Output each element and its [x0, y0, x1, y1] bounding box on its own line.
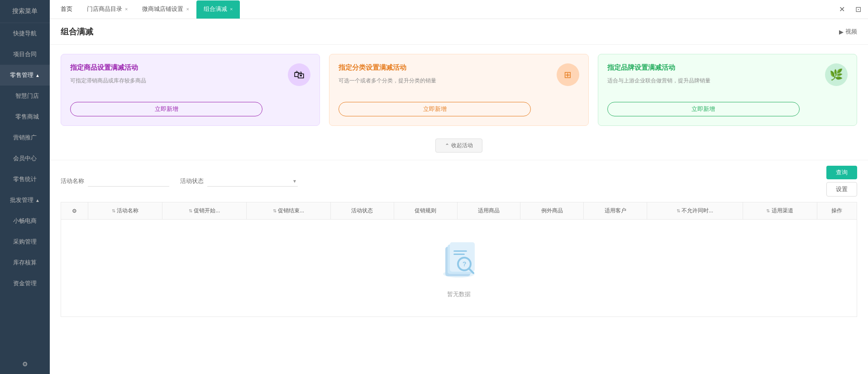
- col-promo-rules-label: 促销规则: [415, 207, 436, 214]
- main-area: 首页 门店商品目录 × 微商城店铺设置 × 组合满减 × ✕ ⊡ 组合满减 ▶ …: [50, 0, 868, 374]
- close-tab-store-catalog[interactable]: ×: [125, 6, 128, 12]
- activity-name-input[interactable]: [88, 176, 169, 187]
- tab-home-label: 首页: [61, 5, 72, 13]
- chevron-up-icon: ⌃: [445, 143, 449, 149]
- col-exception-goods: 例外商品: [520, 202, 584, 220]
- page-content: 组合满减 ▶ 视频 🛍 指定商品设置满减活动 可指定滞销商品或库存较多商品 立即…: [50, 19, 868, 374]
- svg-text:?: ?: [463, 260, 467, 268]
- sidebar-item-label: 营销推广: [13, 134, 37, 142]
- empty-state-row: ? 暂无数据: [61, 220, 857, 317]
- restore-window-icon[interactable]: ⊡: [852, 3, 864, 16]
- sidebar-item-label: 会员中心: [13, 154, 37, 163]
- sidebar-item-retail-stats[interactable]: 零售统计: [0, 169, 50, 190]
- tab-store-catalog[interactable]: 门店商品目录 ×: [80, 0, 135, 19]
- category-card-desc: 可选一个或者多个分类，提升分类的销量: [339, 77, 579, 93]
- close-tab-combo-discount[interactable]: ×: [230, 6, 233, 12]
- tab-wechat-store-settings[interactable]: 微商城店铺设置 ×: [135, 0, 196, 19]
- sidebar-item-label: 零售管理: [10, 71, 33, 79]
- table-body: ? 暂无数据: [61, 220, 857, 317]
- sidebar-settings-button[interactable]: ⚙: [0, 354, 50, 374]
- play-circle-icon: ▶: [839, 29, 844, 35]
- sidebar-item-marketing[interactable]: 营销推广: [0, 127, 50, 148]
- close-window-icon[interactable]: ✕: [835, 3, 848, 16]
- sidebar-item-label: 资金管理: [13, 279, 37, 288]
- filter-actions: 查询 设置: [826, 166, 857, 197]
- category-card-icon: ⊞: [557, 63, 579, 86]
- close-tab-wechat-store-settings[interactable]: ×: [186, 6, 189, 12]
- tab-bar: 首页 门店商品目录 × 微商城店铺设置 × 组合满减 × ✕ ⊡: [50, 0, 868, 19]
- sort-icon[interactable]: ⇅: [273, 208, 277, 213]
- tab-combo-discount-label: 组合满减: [204, 5, 227, 13]
- col-no-concurrent: ⇅ 不允许同时...: [647, 202, 743, 220]
- col-exception-goods-label: 例外商品: [541, 207, 563, 214]
- sidebar-item-label: 项目合同: [13, 50, 37, 58]
- product-card-title: 指定商品设置满减活动: [70, 63, 310, 72]
- collapse-activities-button[interactable]: ⌃ 收起活动: [435, 139, 482, 153]
- tab-store-catalog-label: 门店商品目录: [87, 5, 122, 13]
- col-activity-name: ⇅ 活动名称: [88, 202, 162, 220]
- product-card-icon: 🛍: [288, 63, 310, 86]
- category-card-title: 指定分类设置满减活动: [339, 63, 579, 72]
- video-link[interactable]: ▶ 视频: [839, 28, 857, 36]
- collapse-btn-label: 收起活动: [451, 142, 473, 149]
- col-settings[interactable]: ⚙: [61, 202, 88, 220]
- tab-combo-discount[interactable]: 组合满减 ×: [196, 0, 240, 19]
- activity-name-label: 活动名称: [61, 177, 84, 185]
- sidebar-item-label: 零售商城: [15, 113, 39, 121]
- col-promo-rules: 促销规则: [394, 202, 457, 220]
- sidebar-item-label: 批发管理: [10, 196, 33, 204]
- filter-area: 活动名称 活动状态 进行中 已结束 未开始 ▾ 查询 设置: [50, 160, 868, 202]
- col-applicable-customer-label: 适用客户: [605, 207, 626, 214]
- sort-icon[interactable]: ⇅: [189, 208, 192, 213]
- sidebar-item-label: 采购管理: [13, 238, 37, 246]
- svg-rect-5: [453, 254, 465, 255]
- sidebar-item-project-contract[interactable]: 项目合同: [0, 44, 50, 65]
- sort-icon[interactable]: ⇅: [112, 208, 115, 213]
- sidebar-item-xiaochangec[interactable]: 小畅电商: [0, 211, 50, 231]
- sidebar-item-member-center[interactable]: 会员中心: [0, 148, 50, 169]
- sidebar-item-quick-nav[interactable]: 快捷导航: [0, 23, 50, 44]
- col-applicable-channel: ⇅ 适用渠道: [743, 202, 817, 220]
- empty-state-text: 暂无数据: [61, 290, 857, 298]
- table-header-row: ⚙ ⇅ 活动名称 ⇅ 促销开始... ⇅ 促销结束...: [61, 202, 857, 220]
- filter-activity-status: 活动状态 进行中 已结束 未开始 ▾: [180, 176, 298, 187]
- query-button[interactable]: 查询: [826, 166, 857, 179]
- video-link-label: 视频: [845, 28, 857, 36]
- sidebar-item-wholesale-management[interactable]: 批发管理 ▲: [0, 190, 50, 211]
- sidebar-item-smart-store[interactable]: 智慧门店: [0, 86, 50, 106]
- activity-status-label: 活动状态: [180, 177, 204, 185]
- filter-activity-name: 活动名称: [61, 176, 169, 187]
- sidebar-item-purchase-management[interactable]: 采购管理: [0, 231, 50, 252]
- col-operations-label: 操作: [831, 207, 842, 214]
- col-no-concurrent-label: 不允许同时...: [682, 207, 713, 214]
- chevron-up-icon: ▲: [35, 73, 40, 78]
- sidebar-search[interactable]: 搜索菜单: [0, 0, 50, 23]
- col-applicable-channel-label: 适用渠道: [772, 207, 793, 214]
- svg-rect-4: [453, 250, 467, 252]
- table-area: ⚙ ⇅ 活动名称 ⇅ 促销开始... ⇅ 促销结束...: [50, 202, 868, 328]
- brand-card-add-button[interactable]: 立即新增: [607, 102, 800, 116]
- sidebar-item-inventory-reconcile[interactable]: 库存核算: [0, 252, 50, 273]
- promo-cards-area: 🛍 指定商品设置满减活动 可指定滞销商品或库存较多商品 立即新增 ⊞ 指定分类设…: [50, 45, 868, 135]
- category-card-add-button[interactable]: 立即新增: [339, 102, 531, 116]
- sidebar-item-label: 小畅电商: [13, 217, 37, 225]
- sidebar-item-fund-management[interactable]: 资金管理: [0, 273, 50, 294]
- sidebar-item-retail-mall[interactable]: 零售商城: [0, 106, 50, 127]
- col-promo-start-label: 促销开始...: [194, 207, 220, 214]
- tab-home[interactable]: 首页: [53, 0, 80, 19]
- collapse-bar: ⌃ 收起活动: [50, 135, 868, 160]
- sidebar-item-retail-management[interactable]: 零售管理 ▲: [0, 65, 50, 86]
- col-applicable-goods-label: 适用商品: [478, 207, 500, 214]
- activity-status-select[interactable]: 进行中 已结束 未开始: [207, 176, 298, 187]
- sort-icon[interactable]: ⇅: [677, 208, 680, 213]
- col-activity-name-label: 活动名称: [117, 207, 138, 214]
- activity-status-select-wrapper: 进行中 已结束 未开始 ▾: [207, 176, 298, 187]
- col-activity-status: 活动状态: [330, 202, 394, 220]
- product-card-add-button[interactable]: 立即新增: [70, 102, 262, 116]
- empty-state: ? 暂无数据: [61, 220, 857, 316]
- sidebar-item-label: 库存核算: [13, 259, 37, 267]
- settings-button[interactable]: 设置: [826, 182, 857, 197]
- chevron-down-icon: ▲: [35, 198, 40, 203]
- tab-bar-right: ✕ ⊡: [835, 3, 864, 16]
- sort-icon[interactable]: ⇅: [766, 208, 770, 213]
